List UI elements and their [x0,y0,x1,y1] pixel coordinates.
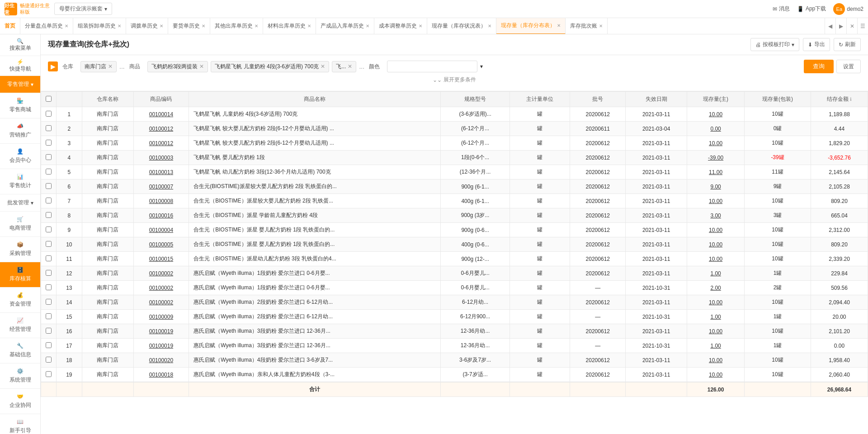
qty-link[interactable]: 10.00 [709,256,722,262]
product-code-link[interactable]: 00100002 [149,285,173,291]
export-btn[interactable]: ⬇ 导出 [803,38,830,51]
tab-other-out[interactable]: 其他出库单历史 ✕ [210,18,263,34]
nav-prev-btn[interactable]: ◀ [825,18,835,34]
sidebar-item-member[interactable]: 👤 会员中心 [0,144,40,169]
close-icon[interactable]: ✕ [419,24,422,28]
product-code-link[interactable]: 00100018 [149,372,173,378]
product-code-link[interactable]: 00100002 [149,270,173,277]
template-print-btn[interactable]: 🖨 按模板打印 ▾ [750,38,799,51]
tab-material-out[interactable]: 材料出库单历史 ✕ [263,18,316,34]
cell-checkbox[interactable] [41,179,57,194]
qty-link[interactable]: 10.00 [709,198,722,204]
qty-link[interactable]: 3.00 [710,212,721,219]
tab-adjust[interactable]: 调拨单历史 ✕ [126,18,168,34]
cell-checkbox[interactable] [41,310,57,324]
product-code-link[interactable]: 00100019 [149,328,173,335]
remove-icon[interactable]: ✕ [108,63,113,70]
close-icon[interactable]: ✕ [160,24,163,28]
sidebar-item-marketing[interactable]: 📣 营销推广 [0,118,40,144]
product-code-link[interactable]: 00100004 [149,227,173,233]
product-code-link[interactable]: 00100012 [149,126,173,132]
industry-selector[interactable]: 母婴行业演示账套 ▾ [54,3,112,15]
remove-icon[interactable]: ✕ [321,63,325,70]
remove-icon[interactable]: ✕ [199,63,204,70]
tab-home[interactable]: 首页 [0,18,20,34]
qty-link[interactable]: 1.00 [710,314,721,320]
sidebar-item-operations[interactable]: 📈 经营管理 [0,313,40,338]
tab-dismantle[interactable]: 组装拆卸单历史 ✕ [73,18,126,34]
cell-checkbox[interactable] [41,237,57,252]
close-icon[interactable]: ✕ [557,23,561,28]
cell-checkbox[interactable] [41,252,57,266]
sidebar-item-inventory[interactable]: 🗄️ 库存核算 [0,262,40,288]
qty-link[interactable]: 10.00 [709,328,722,335]
tab-stock-dist[interactable]: 现存量（库存分布表） ✕ [496,18,566,34]
product-code-link[interactable]: 00100014 [149,111,173,118]
product-tag-3[interactable]: 飞... ✕ [332,61,356,72]
sidebar-quicknav[interactable]: ⚡ 快捷导航 [0,56,40,76]
close-icon[interactable]: ✕ [366,24,369,28]
more-icon[interactable]: ... [119,63,125,70]
tab-cost-adjust[interactable]: 成本调整单历史 ✕ [374,18,427,34]
qty-link[interactable]: 10.00 [709,140,722,146]
qty-link[interactable]: 11.00 [709,169,722,175]
cell-checkbox[interactable] [41,223,57,237]
product-tag-1[interactable]: 飞鹤奶粉3段两提装 ✕ [147,61,208,72]
tab-stock-status[interactable]: 现存量（库存状况表） ✕ [427,18,496,34]
cell-checkbox[interactable] [41,339,57,353]
close-icon[interactable]: ✕ [202,24,205,28]
cell-checkbox[interactable] [41,266,57,281]
sidebar-item-retail-mgmt[interactable]: 零售管理 ▾ [0,76,40,93]
sidebar-item-finance[interactable]: 💰 资金管理 [0,288,40,313]
product-code-link[interactable]: 00100005 [149,241,173,248]
cell-checkbox[interactable] [41,281,57,295]
nav-menu-btn[interactable]: ☰ [857,18,868,34]
sidebar-item-batch-mgmt[interactable]: 批发管理 ▾ [0,194,40,212]
product-code-link[interactable]: 00100008 [149,198,173,204]
tab-batch-account[interactable]: 库存批次账 ✕ [566,18,608,34]
product-code-link[interactable]: 00100012 [149,140,173,146]
cell-checkbox[interactable] [41,295,57,310]
cell-checkbox[interactable] [41,136,57,151]
qty-link[interactable]: 2.00 [710,285,721,291]
product-code-link[interactable]: 00100007 [149,184,173,190]
sidebar-item-retail-stats[interactable]: 📊 零售统计 [0,169,40,194]
close-icon[interactable]: ✕ [255,24,258,28]
close-icon[interactable]: ✕ [599,24,603,28]
select-all-checkbox[interactable] [46,96,52,102]
tab-product-in[interactable]: 产成品入库单历史 ✕ [316,18,374,34]
tab-requisition[interactable]: 要货单历史 ✕ [168,18,210,34]
sidebar-item-ecommerce[interactable]: 🛒 电商管理 [0,212,40,237]
cell-checkbox[interactable] [41,353,57,368]
cell-checkbox[interactable] [41,165,57,179]
product-code-link[interactable]: 00100019 [149,343,173,349]
close-icon[interactable]: ✕ [488,24,491,28]
product-code-link[interactable]: 00100013 [149,169,173,175]
sidebar-item-new-guide[interactable]: 📖 新手引导 [0,414,40,434]
nav-close-all-btn[interactable]: ✕ [846,18,857,34]
cell-checkbox[interactable] [41,122,57,136]
sidebar-search[interactable]: 🔍 搜索菜单 [0,34,40,56]
cell-checkbox[interactable] [41,151,57,165]
more-icon[interactable]: ... [359,63,364,70]
close-icon[interactable]: ✕ [65,24,68,28]
user-menu[interactable]: Ea demo2 [833,3,863,15]
message-btn[interactable]: ✉ 消息 [773,5,790,13]
refresh-btn[interactable]: ↻ 刷新 [834,38,861,51]
info-icon[interactable]: ℹ [850,97,852,102]
product-code-link[interactable]: 00100015 [149,256,173,262]
sidebar-item-purchase[interactable]: 📦 采购管理 [0,237,40,262]
warehouse-tag[interactable]: 南库门店 ✕ [80,61,117,72]
setting-btn[interactable]: 设置 [836,60,861,73]
qty-link[interactable]: 9.00 [710,184,721,190]
cell-checkbox[interactable] [41,107,57,122]
qty-link[interactable]: 0.00 [710,126,721,132]
nav-next-btn[interactable]: ▶ [835,18,846,34]
sidebar-item-basic[interactable]: 🔧 基础信息 [0,338,40,363]
product-code-link[interactable]: 00100016 [149,212,173,219]
qty-link[interactable]: 10.00 [709,372,722,378]
qty-link[interactable]: 10.00 [709,299,722,306]
qty-link[interactable]: 10.00 [709,357,722,363]
query-btn[interactable]: 查询 [804,60,834,73]
sidebar-item-enterprise[interactable]: 🤝 企业协同 [0,389,40,414]
